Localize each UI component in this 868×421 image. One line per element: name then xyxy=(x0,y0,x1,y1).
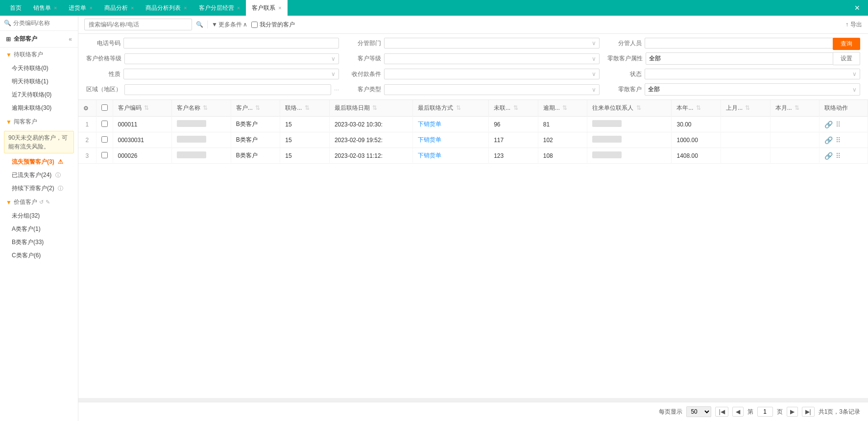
area-dots-icon[interactable]: ··· xyxy=(334,86,339,93)
more-conditions-btn[interactable]: ▼ 更多条件 ∧ xyxy=(212,21,247,29)
customer-table: ⚙ 客户编码 ⇅ 客户名称 ⇅ xyxy=(78,100,868,164)
search-input[interactable] xyxy=(84,19,192,30)
link-icon[interactable]: 🔗 xyxy=(824,152,833,160)
row-last-date-0: 2023-03-02 10:30: xyxy=(329,117,412,132)
sidebar-item-lost[interactable]: 已流失客户(24) ⓘ xyxy=(0,169,78,182)
page-size-select[interactable]: 20 50 100 xyxy=(686,406,711,417)
sidebar-item-ungrouped[interactable]: 未分组(32) xyxy=(0,209,78,223)
th-last-month[interactable]: 上月... ⇅ xyxy=(721,100,771,117)
sidebar-item-today[interactable]: 今天待联络(0) xyxy=(0,62,78,75)
export-btn[interactable]: ↑ 导出 xyxy=(845,21,862,29)
filter-manager-input[interactable] xyxy=(645,38,852,49)
close-window-btn[interactable]: ✕ xyxy=(850,4,864,12)
tab-customer-contact-close[interactable]: × xyxy=(278,5,281,11)
sidebar-group-churn-title[interactable]: ▼ 闯客客户 xyxy=(0,115,78,129)
more-action-icon[interactable]: ⠿ xyxy=(836,121,841,128)
filter-status-select[interactable]: ∨ xyxy=(645,69,860,79)
row-last-method-2[interactable]: 下销货单 xyxy=(413,148,489,164)
th-no-contact[interactable]: 未联... ⇅ xyxy=(489,100,538,117)
row-last-method-1[interactable]: 下销货单 xyxy=(413,132,489,148)
th-code[interactable]: 客户编码 ⇅ xyxy=(113,100,172,117)
sidebar-group-churn-label: 闯客客户 xyxy=(14,118,37,126)
grid-icon: ⊞ xyxy=(6,36,11,43)
tab-customer-layer[interactable]: 客户分层经营 × xyxy=(193,0,246,16)
row-action-2[interactable]: 🔗 ⠿ xyxy=(820,148,868,164)
filter-area-input[interactable] xyxy=(124,84,331,95)
arrow-icon-3: ▼ xyxy=(6,199,12,206)
tab-customer-layer-close[interactable]: × xyxy=(237,5,240,11)
th-name[interactable]: 客户名称 ⇅ xyxy=(172,100,231,117)
th-last-date[interactable]: 最后联络日期 ⇅ xyxy=(329,100,412,117)
refresh-icon[interactable]: ↺ xyxy=(39,199,44,205)
filter-nature-select[interactable]: ∨ xyxy=(123,69,339,79)
th-settings[interactable]: ⚙ xyxy=(78,100,96,117)
next-page-btn[interactable]: ▶ xyxy=(787,407,798,417)
th-contact-person[interactable]: 往来单位联系人 ⇅ xyxy=(587,100,672,117)
filter-level-select[interactable]: ∨ xyxy=(384,53,600,64)
tab-analysis-list[interactable]: 商品分析列表 × xyxy=(140,0,193,16)
tab-analysis-list-close[interactable]: × xyxy=(184,5,187,11)
more-action-icon[interactable]: ⠿ xyxy=(836,152,841,160)
page-number-input[interactable] xyxy=(757,407,773,417)
first-page-btn[interactable]: |◀ xyxy=(715,407,728,417)
sidebar-group-pending-title[interactable]: ▼ 待联络客户 xyxy=(0,48,78,62)
th-overdue[interactable]: 逾期... ⇅ xyxy=(538,100,587,117)
sidebar-item-declining[interactable]: 持续下滑客户(2) ⓘ xyxy=(0,182,78,195)
sidebar-item-c-class[interactable]: C类客户(6) xyxy=(0,249,78,262)
th-last-method[interactable]: 最后联络方式 ⇅ xyxy=(413,100,489,117)
filter-retail-select[interactable]: 全部 ∨ xyxy=(645,83,860,96)
row-checkbox-0[interactable] xyxy=(96,117,113,132)
sidebar-item-tomorrow[interactable]: 明天待联络(1) xyxy=(0,75,78,88)
tab-purchase-close[interactable]: × xyxy=(89,5,92,11)
horizontal-scrollbar[interactable] xyxy=(78,398,868,402)
filter-price-select[interactable]: ∨ xyxy=(124,53,339,64)
prev-page-btn[interactable]: ◀ xyxy=(732,407,744,417)
sidebar-item-a-class[interactable]: A类客户(1) xyxy=(0,223,78,236)
filter-customer-type-select[interactable]: ∨ xyxy=(384,84,600,95)
row-checkbox-1[interactable] xyxy=(96,132,113,148)
link-icon[interactable]: 🔗 xyxy=(824,136,833,144)
settings-button[interactable]: 设置 xyxy=(833,52,860,65)
row-action-0[interactable]: 🔗 ⠿ xyxy=(820,117,868,132)
sort-icon-name: ⇅ xyxy=(203,104,208,111)
tab-home[interactable]: 首页 xyxy=(4,0,27,16)
sidebar-root[interactable]: ⊞ 全部客户 « xyxy=(0,31,78,48)
sidebar-group-value-title[interactable]: ▼ 价值客户 ↺ ✎ xyxy=(0,195,78,209)
filter-status-label: 状态 xyxy=(607,70,642,78)
more-action-icon[interactable]: ⠿ xyxy=(836,136,841,144)
filter-dept-select[interactable]: ∨ xyxy=(384,38,600,49)
sidebar-item-overdue[interactable]: 逾期未联络(30) xyxy=(0,101,78,115)
edit-icon[interactable]: ✎ xyxy=(46,199,50,205)
sidebar-item-7days[interactable]: 近7天待联络(0) xyxy=(0,88,78,101)
tab-analysis-close[interactable]: × xyxy=(131,5,134,11)
filter-bar: 🔍 ▼ 更多条件 ∧ 我分管的客户 ↑ 导出 xyxy=(78,16,868,34)
filter-phone-input[interactable] xyxy=(123,38,339,49)
sidebar-search-input[interactable] xyxy=(13,20,87,26)
row-checkbox-2[interactable] xyxy=(96,148,113,164)
filter-search-icon[interactable]: 🔍 xyxy=(196,21,203,28)
row-last-method-0[interactable]: 下销货单 xyxy=(413,117,489,132)
tab-customer-contact[interactable]: 客户联系 × xyxy=(246,0,287,16)
th-checkbox[interactable] xyxy=(96,100,113,117)
th-contact[interactable]: 联络... ⇅ xyxy=(280,100,330,117)
sidebar-item-b-class[interactable]: B类客户(33) xyxy=(0,236,78,249)
filter-credit-select[interactable]: 全部 ∨ xyxy=(646,52,860,65)
query-button[interactable]: 查询 xyxy=(833,38,860,50)
filter-payment-select[interactable]: ∨ xyxy=(384,69,600,79)
tab-sales[interactable]: 销售单 × xyxy=(27,0,63,16)
row-contact-2: 15 xyxy=(280,148,330,164)
last-page-btn[interactable]: ▶| xyxy=(802,407,815,417)
sidebar-item-churn-warning[interactable]: 流失预警客户(3) ⚠ xyxy=(0,155,78,169)
tab-purchase[interactable]: 进货单 × xyxy=(63,0,98,16)
my-customers-checkbox-label[interactable]: 我分管的客户 xyxy=(251,21,295,29)
tab-analysis[interactable]: 商品分析 × xyxy=(98,0,140,16)
th-type[interactable]: 客户... ⇅ xyxy=(231,100,280,117)
th-this-year[interactable]: 本年... ⇅ xyxy=(672,100,721,117)
link-icon[interactable]: 🔗 xyxy=(824,121,833,128)
collapse-icon[interactable]: « xyxy=(69,36,72,43)
my-customers-checkbox[interactable] xyxy=(251,22,258,28)
th-this-month[interactable]: 本月... ⇅ xyxy=(770,100,820,117)
select-all-checkbox[interactable] xyxy=(101,104,108,111)
tab-sales-close[interactable]: × xyxy=(54,5,57,11)
row-action-1[interactable]: 🔗 ⠿ xyxy=(820,132,868,148)
